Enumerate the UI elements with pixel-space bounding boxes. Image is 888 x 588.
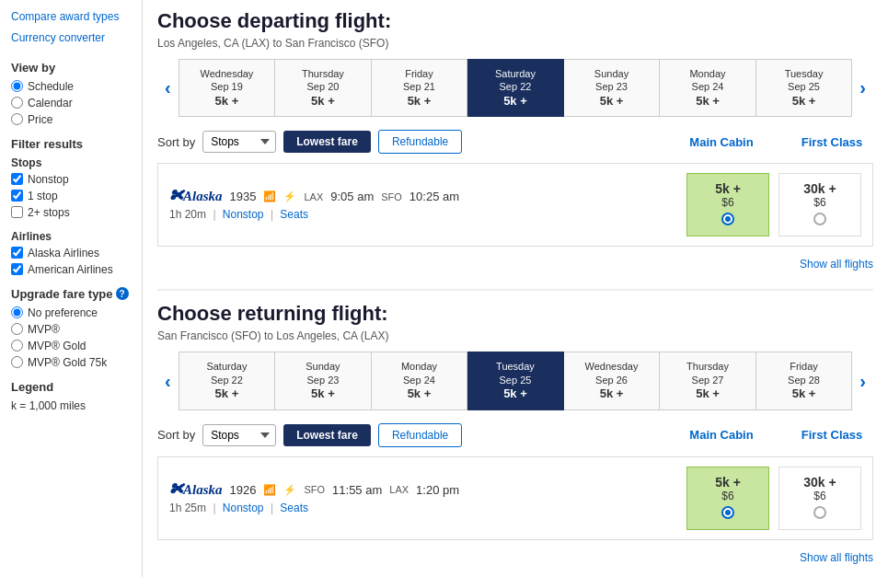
- departing-sort-select[interactable]: Stops Price Duration: [202, 131, 276, 153]
- departing-flight-num-0: 1935: [230, 190, 257, 203]
- nonstop-filter[interactable]: Nonstop: [11, 173, 131, 186]
- filter-results-section: Filter results Stops Nonstop 1 stop 2+ s…: [11, 137, 131, 219]
- departing-first-class-header[interactable]: First Class: [790, 135, 873, 149]
- ret-date-tab-4[interactable]: Wednesday Sep 26 5k +: [564, 352, 661, 409]
- dep-origin-time: 9:05 am: [330, 190, 374, 203]
- departing-date-tabs: Wednesday Sep 19 5k + Thursday Sep 20 5k…: [179, 59, 853, 117]
- dep-date-tab-2[interactable]: Friday Sep 21 5k +: [372, 59, 468, 117]
- alaska-logo-ret: ✀Alaska: [169, 482, 223, 498]
- dep-date-tab-5[interactable]: Monday Sep 24 5k +: [660, 59, 756, 117]
- departing-title: Choose departing flight:: [157, 9, 873, 33]
- dep-dest-time: 10:25 am: [409, 190, 459, 203]
- calendar-option[interactable]: Calendar: [11, 97, 131, 110]
- returning-first-class-header[interactable]: First Class: [790, 428, 873, 442]
- ret-date-tab-1[interactable]: Sunday Sep 23 5k +: [275, 352, 372, 409]
- departing-prev-arrow[interactable]: ‹: [157, 77, 179, 98]
- section-divider: [157, 289, 873, 291]
- returning-sort-label: Sort by: [157, 428, 195, 442]
- main-content: Choose departing flight: Los Angeles, CA…: [143, 0, 888, 577]
- ret-duration: 1h 25m: [169, 502, 206, 514]
- ret-main-radio-filled[interactable]: [721, 506, 734, 519]
- ret-seats-link[interactable]: Seats: [280, 502, 308, 514]
- departing-main-cabin-header[interactable]: Main Cabin: [680, 135, 763, 149]
- dep-date-tab-3[interactable]: Saturday Sep 22 5k +: [467, 59, 564, 117]
- wifi-icon-ret: 📶: [263, 484, 276, 496]
- departing-date-selector: ‹ Wednesday Sep 19 5k + Thursday Sep 20 …: [157, 59, 873, 117]
- dep-dest-code: SFO: [381, 191, 402, 202]
- departing-show-all-link[interactable]: Show all flights: [800, 258, 873, 271]
- ret-date-tab-0[interactable]: Saturday Sep 22 5k +: [179, 352, 276, 409]
- ret-date-tab-2[interactable]: Monday Sep 24 5k +: [372, 352, 468, 409]
- upgrade-label: Upgrade fare type ?: [11, 287, 131, 301]
- returning-main-cabin-header[interactable]: Main Cabin: [680, 428, 763, 442]
- ret-first-class-price-0[interactable]: 30k + $6: [778, 467, 861, 530]
- departing-refundable-btn[interactable]: Refundable: [378, 130, 462, 154]
- dep-main-radio-filled[interactable]: [721, 213, 734, 225]
- returning-date-selector: ‹ Saturday Sep 22 5k + Sunday Sep 23 5k …: [157, 352, 873, 409]
- departing-sort-label: Sort by: [157, 135, 195, 149]
- departing-route: Los Angeles, CA (LAX) to San Francisco (…: [157, 37, 873, 50]
- returning-prev-arrow[interactable]: ‹: [157, 371, 179, 392]
- returning-title: Choose returning flight:: [157, 302, 873, 326]
- legend-title: Legend: [11, 380, 131, 394]
- dep-first-class-price-0[interactable]: 30k + $6: [778, 173, 861, 236]
- dep-first-radio-empty[interactable]: [813, 213, 826, 225]
- no-preference-option[interactable]: No preference: [11, 306, 131, 319]
- schedule-option[interactable]: Schedule: [11, 80, 131, 93]
- returning-refundable-btn[interactable]: Refundable: [378, 423, 462, 447]
- ret-origin-time: 11:55 am: [332, 483, 382, 497]
- legend-section: Legend k = 1,000 miles: [11, 380, 131, 412]
- currency-converter-link[interactable]: Currency converter: [11, 30, 131, 46]
- ret-first-radio-empty[interactable]: [813, 506, 826, 519]
- returning-show-all-link[interactable]: Show all flights: [800, 551, 873, 564]
- dep-date-tab-0[interactable]: Wednesday Sep 19 5k +: [179, 59, 276, 117]
- returning-date-tabs: Saturday Sep 22 5k + Sunday Sep 23 5k + …: [179, 352, 853, 409]
- returning-price-boxes-0: 5k + $6 30k + $6: [686, 467, 861, 530]
- mvp-option[interactable]: MVP®: [11, 323, 131, 336]
- mvp-gold-option[interactable]: MVP® Gold: [11, 340, 131, 352]
- ret-main-cabin-price-0[interactable]: 5k + $6: [686, 467, 769, 530]
- wifi-icon-dep: 📶: [263, 190, 276, 202]
- returning-next-arrow[interactable]: ›: [852, 371, 873, 392]
- ret-date-tab-3[interactable]: Tuesday Sep 25 5k +: [467, 352, 564, 409]
- stops-subtitle: Stops: [11, 156, 131, 169]
- returning-section: Choose returning flight: San Francisco (…: [157, 302, 873, 567]
- dep-duration: 1h 20m: [169, 208, 206, 221]
- view-by-section: View by Schedule Calendar Price: [11, 61, 131, 126]
- departing-cabin-headers: Main Cabin First Class: [680, 135, 873, 149]
- mvp-gold-75k-option[interactable]: MVP® Gold 75k: [11, 356, 131, 369]
- departing-section: Choose departing flight: Los Angeles, CA…: [157, 9, 873, 274]
- ret-date-tab-6[interactable]: Friday Sep 28 5k +: [756, 352, 853, 409]
- departing-flight-row-0: ✀Alaska 1935 📶 ⚡ LAX 9:05 am SFO 10:25 a…: [157, 163, 873, 247]
- one-stop-filter[interactable]: 1 stop: [11, 190, 131, 202]
- returning-flight-main-0: ✀Alaska 1926 📶 ⚡ SFO 11:55 am LAX 1:20 p…: [169, 482, 686, 498]
- departing-lowest-fare-btn[interactable]: Lowest fare: [283, 131, 371, 153]
- dep-date-tab-4[interactable]: Sunday Sep 23 5k +: [564, 59, 661, 117]
- returning-lowest-fare-btn[interactable]: Lowest fare: [283, 424, 371, 446]
- departing-sort-bar: Sort by Stops Price Duration Lowest fare…: [157, 130, 873, 154]
- returning-show-all: Show all flights: [157, 548, 873, 568]
- info-icon[interactable]: ?: [116, 287, 129, 300]
- dep-date-tab-1[interactable]: Thursday Sep 20 5k +: [275, 59, 372, 117]
- dep-main-cabin-price-0[interactable]: 5k + $6: [686, 173, 769, 236]
- dep-seats-link[interactable]: Seats: [280, 208, 308, 221]
- dep-nonstop-link[interactable]: Nonstop: [223, 208, 264, 221]
- departing-next-arrow[interactable]: ›: [852, 77, 873, 98]
- alaska-airlines-filter[interactable]: Alaska Airlines: [11, 247, 131, 259]
- ret-dest-time: 1:20 pm: [416, 483, 459, 497]
- two-plus-stop-filter[interactable]: 2+ stops: [11, 206, 131, 219]
- dep-date-tab-6[interactable]: Tuesday Sep 25 5k +: [756, 59, 853, 117]
- returning-sort-select[interactable]: Stops Price Duration: [202, 424, 276, 446]
- ret-nonstop-link[interactable]: Nonstop: [223, 502, 264, 514]
- american-airlines-filter[interactable]: American Airlines: [11, 263, 131, 276]
- compare-award-link[interactable]: Compare award types: [11, 9, 131, 25]
- returning-sort-bar: Sort by Stops Price Duration Lowest fare…: [157, 423, 873, 447]
- sidebar: Compare award types Currency converter V…: [0, 0, 143, 577]
- departing-flight-details-0: 1h 20m | Nonstop | Seats: [169, 208, 686, 221]
- ret-dest-code: LAX: [389, 484, 409, 495]
- sidebar-links: Compare award types Currency converter: [11, 9, 131, 46]
- ret-date-tab-5[interactable]: Thursday Sep 27 5k +: [660, 352, 756, 409]
- returning-route: San Francisco (SFO) to Los Angeles, CA (…: [157, 329, 873, 342]
- upgrade-fare-section: Upgrade fare type ? No preference MVP® M…: [11, 287, 131, 369]
- price-option[interactable]: Price: [11, 113, 131, 126]
